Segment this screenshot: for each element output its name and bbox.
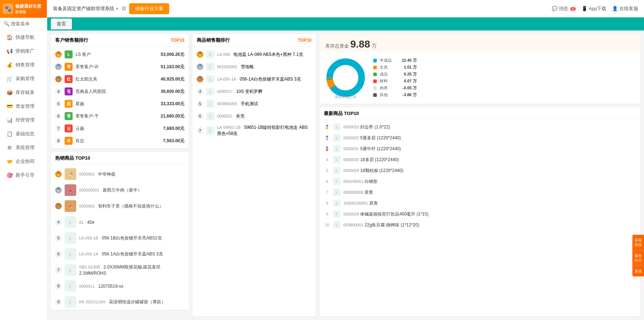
avatar: 苍 (65, 87, 73, 95)
sidebar-item-guide[interactable]: 🎯 新手引导 (0, 168, 47, 182)
tab-home-label: 首页 (57, 21, 66, 26)
newest-products-list: 🥇 L 0000033 封边带 (1.0*22) 🥈 L 0000032 5厘多… (319, 120, 640, 232)
avatar: L (65, 50, 73, 58)
sidebar-item-inventory[interactable]: 📦 库存核算 (0, 86, 47, 99)
search-menu[interactable]: 🔍 搜索菜单 (0, 18, 47, 30)
product-code: 0000001 (79, 172, 95, 176)
home-icon: 🏠 (6, 34, 13, 41)
service-btn[interactable]: 👤 在线客服 (612, 5, 638, 12)
company-icon: 🤝 (6, 158, 13, 165)
product-code: 004100001 (343, 179, 363, 184)
rank-number-7: 7 (55, 125, 62, 132)
sidebar-item-company[interactable]: 🤝 企业协同 (0, 155, 47, 168)
avatar: 红 (65, 75, 73, 83)
rank-number-6: 6 (324, 179, 330, 184)
page-tabs: 首页 (47, 17, 644, 30)
purchase-icon: 🛒 (6, 75, 13, 82)
topbar-left: 装备及固定资产辅助管理系统 ▾ ⚙ 体验行业方案 (53, 3, 169, 14)
list-item: 6 L 004100001 白钢垫 (319, 176, 640, 187)
service-label: 在线客服 (619, 6, 638, 11)
sidebar-item-finance[interactable]: 💳 资金管理 (0, 99, 47, 113)
selling-ranking-header: 商品销售额排行 TOP10 (192, 34, 316, 47)
table-row: 6 L 0000021 夹壳 (192, 110, 316, 122)
list-item: 4 L 0000030 18多层 (1220*2440) (319, 154, 640, 165)
legend-dot (373, 86, 377, 90)
newest-products-card: 最新商品 TOP10 🥇 L 0000033 封边带 (1.0*22) 🥈 L … (319, 107, 640, 316)
system-selector[interactable]: 装备及固定资产辅助管理系统 ▾ (53, 5, 118, 12)
float-btn-service[interactable]: 客服热线 (632, 235, 644, 250)
selling-ranking-card: 商品销售额排行 TOP10 🥇 L LA-089 电池盖 LA-089 ABS本… (192, 34, 316, 316)
selling-ranking-title: 商品销售额排行 (197, 37, 230, 44)
rank-icon-1: 🥇 (324, 125, 330, 130)
list-item: 8 L 10000100001 原查 (319, 198, 640, 209)
inventory-summary: 库存总资金 9.88 万 (319, 34, 640, 52)
hot-products-card: 热销商品 TOP10 🥇 🍜 0000001 中华神器 🥈 🥩 (51, 152, 189, 310)
system-icon: ⚙ (6, 144, 13, 151)
list-item: 10 L 003800001 22g鱼豆腐-烧烤味 (1*12*20) (319, 220, 640, 230)
sidebar-item-marketing[interactable]: 📢 营销推广 (0, 44, 47, 58)
hot-products-header: 热销商品 TOP10 (51, 152, 189, 165)
customer-value: 36,600.00元 (161, 89, 184, 95)
product-image: 🍜 (65, 168, 76, 180)
rank-number-4: 4 (197, 88, 203, 95)
message-label: 消息 (559, 6, 568, 11)
message-btn[interactable]: 💬 消息 6 (552, 5, 576, 12)
product-info: LA-056-1A 056-1A白色按键开关盖ABS 3克 (79, 251, 184, 257)
sidebar-item-home[interactable]: 🏠 快捷导航 (0, 30, 47, 44)
rank-icon-1: 🥇 (55, 171, 62, 177)
product-name: 056-1B白色按键开关壳ABS2克 (102, 235, 162, 241)
settings-icon[interactable]: ⚙ (121, 5, 126, 12)
search-label: 搜索菜单 (11, 21, 30, 27)
product-info: 000500001 新西兰牛肉（新牛） (79, 187, 184, 193)
product-name: 45# (87, 220, 94, 225)
sidebar-item-operation[interactable]: 📊 经营管理 (0, 113, 47, 127)
tab-home[interactable]: 首页 (51, 19, 72, 29)
main-nav: 🏠 快捷导航 📢 营销推广 💰 销售管理 🛒 采购管理 📦 库存核算 💳 资金管… (0, 30, 47, 320)
product-info: LA-056-1B 056-1B白色按键开关壳ABS2克 (79, 235, 184, 241)
customer-value: 7,563.00元 (163, 138, 184, 144)
product-code: 0000011 (79, 284, 95, 288)
customer-name: 零售客户-许 (76, 64, 158, 70)
product-code: 0000033 (343, 125, 359, 129)
rank-icon: 🥇 (197, 51, 203, 58)
try-button[interactable]: 体验行业方案 (129, 3, 169, 14)
product-icon: L (333, 178, 341, 185)
product-info: 01 45# (79, 220, 184, 225)
legend-name: 肉类 (380, 85, 396, 91)
sidebar-item-sales[interactable]: 💰 销售管理 (0, 58, 47, 72)
rank-number-5: 5 (324, 168, 330, 173)
table-row: 🥇 L LA-089 电池盖 LA-089 ABS本色+黑种 7.1克 (192, 48, 316, 61)
rank-number-2: 🥈 (55, 63, 62, 70)
float-btn-community[interactable]: 服务社区 (632, 250, 644, 266)
legend-value: -3.86 万 (399, 92, 417, 98)
table-row: 4 L 0000017 10S 变积罗孵 (192, 85, 316, 98)
sidebar-item-system[interactable]: ⚙ 系统管理 (0, 141, 47, 155)
avatar: 零 (65, 112, 73, 120)
rank-icon-3: 🥉 (324, 147, 330, 151)
inventory-label: 库存总资金 (325, 43, 349, 49)
product-icon: L (333, 210, 341, 218)
finance-icon: 💳 (6, 103, 13, 110)
rank-number-5: 5 (55, 235, 62, 241)
list-item: 🥇 🍜 0000001 中华神器 (51, 166, 189, 182)
rank-number-7: 7 (197, 127, 203, 134)
inventory-chart-section: 库存资金占比 半成品 12.45 万 文具 1.01 万 (319, 52, 640, 104)
table-row: 🥉 L LA-056-1A 056-1A白色按键开关盖ABS 3克 (192, 73, 316, 85)
list-item: 🥈 🥩 000500001 新西兰牛肉（新牛） (51, 182, 189, 198)
product-icon: L (206, 127, 214, 135)
newest-products-title: 最新商品 TOP10 (324, 110, 359, 117)
customer-value: 33,333.00元 (161, 101, 184, 107)
product-info: 0000028 体碱嘉核味苏打饮品400毫升 (1*15) (343, 211, 636, 217)
table-row: 5 星 星扬 33,333.00元 (51, 98, 189, 110)
product-name: 056-1A白色按键开关盖ABS 3克 (102, 251, 163, 257)
rank-number-7: 7 (324, 190, 330, 194)
product-name: 白钢垫 (364, 179, 378, 184)
logo-icon: 🐾 (3, 4, 13, 14)
app-download-btn[interactable]: 📱 App下载 (582, 5, 606, 12)
float-btn-live[interactable]: 直播 (632, 266, 644, 276)
list-item: 🥈 L 0000032 5厘多层 (1220*2440) (319, 132, 640, 143)
sidebar-item-base[interactable]: 📋 基础信息 (0, 127, 47, 141)
sidebar-item-purchase[interactable]: 🛒 采购管理 (0, 72, 47, 86)
product-info: 0000029 18颗粒板 (1220*2440) (343, 168, 636, 174)
product-info: 0000031 5厘中纤 (1220*2440) (343, 146, 636, 152)
